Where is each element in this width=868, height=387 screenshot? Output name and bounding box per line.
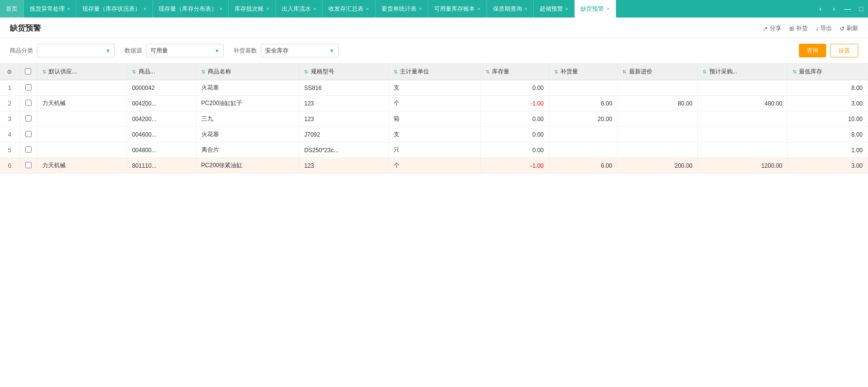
tab-available-ledger-close[interactable]: × [477,6,480,12]
tab-receive-summary[interactable]: 收发存汇总表 × [323,0,375,18]
row-replenish-qty-6: 6.00 [549,158,617,174]
category-label: 商品分类 [10,47,33,55]
th-stock[interactable]: ⇅ 库存量 [480,64,549,80]
tab-next-btn[interactable]: › [827,0,841,18]
replenish-base-label: 补货基数 [234,47,257,55]
replenish-action[interactable]: ⊞ 补货 [789,24,808,33]
query-button[interactable]: 查询 [799,44,826,57]
tab-expiry-close[interactable]: × [524,6,527,12]
select-all-checkbox[interactable] [25,68,31,74]
tab-receive-summary-close[interactable]: × [366,6,369,12]
row-name-6: PC200张紧油缸 [196,158,299,174]
row-stock-2: -1.00 [480,96,549,111]
table-wrapper: ⚙ ⇅ 默认供应... ⇅ 商品... ⇅ 商品名称 [0,64,868,174]
category-select[interactable]: ▼ [37,44,115,57]
row-latest-price-2: 80.00 [617,96,698,111]
row-checkbox-4[interactable] [19,127,37,142]
table-header-row: ⚙ ⇅ 默认供应... ⇅ 商品... ⇅ 商品名称 [0,64,868,80]
tab-inventory-dist-close[interactable]: × [219,6,222,12]
th-replenish-qty[interactable]: ⇅ 补货量 [549,64,617,80]
row-estimated-purchase-5 [698,142,788,158]
row-estimated-purchase-4 [698,127,788,142]
row-estimated-purchase-6: 1200.00 [698,158,788,174]
tab-flow[interactable]: 出入库流水 × [276,0,323,18]
row-name-2: PC200油缸缸子 [196,96,299,111]
row-stock-1: 0.00 [480,80,549,96]
shortage-table: ⚙ ⇅ 默认供应... ⇅ 商品... ⇅ 商品名称 [0,64,868,174]
row-select-checkbox-2[interactable] [25,100,32,106]
row-code-3: 004200... [127,111,196,127]
row-estimated-purchase-1 [698,80,788,96]
tab-available-ledger[interactable]: 可用量库存账本 × [428,0,487,18]
tab-inventory-status[interactable]: 现存量（库存状况表） × [76,0,152,18]
page-header: 缺货预警 ↗ 分享 ⊞ 补货 ↓ 导出 ↺ 刷新 [0,18,868,38]
sort-icon: ⇅ [42,69,46,74]
row-replenish-qty-3: 20.00 [549,111,617,127]
th-unit[interactable]: ⇅ 主计量单位 [388,64,480,80]
th-default-supplier[interactable]: ⇅ 默认供应... [37,64,127,80]
tab-exception[interactable]: 拣货异常处理 × [24,0,76,18]
export-action[interactable]: ↓ 导出 [815,24,832,33]
row-name-5: 离合片 [196,142,299,158]
row-code-6: 801110... [127,158,196,174]
replenish-base-filter-group: 补货基数 安全库存 ▼ [234,44,339,57]
row-checkbox-1[interactable] [19,80,37,96]
row-spec-4: J7092 [299,127,389,142]
tab-exception-close[interactable]: × [67,6,70,12]
tab-home[interactable]: 首页 [0,0,24,18]
th-product-name[interactable]: ⇅ 商品名称 [196,64,299,80]
tab-minimize-btn[interactable]: — [841,0,854,18]
share-icon: ↗ [763,25,768,32]
row-select-checkbox-1[interactable] [25,84,32,90]
tab-inventory-dist[interactable]: 现存量（库存分布表） × [153,0,229,18]
row-select-checkbox-3[interactable] [25,115,32,122]
gear-icon[interactable]: ⚙ [5,69,15,75]
th-product-code[interactable]: ⇅ 商品... [127,64,196,80]
refresh-icon: ↺ [840,25,845,32]
row-latest-price-4 [617,127,698,142]
tab-requisition-close[interactable]: × [419,6,422,12]
replenish-base-chevron-icon: ▼ [329,48,334,53]
datasource-chevron-icon: ▼ [215,48,219,53]
row-spec-1: SS816 [299,80,389,96]
row-checkbox-2[interactable] [19,96,37,111]
tab-overstock[interactable]: 超储预警 × [534,0,575,18]
tab-shortage[interactable]: 缺货预警 × [575,0,615,18]
row-select-checkbox-6[interactable] [25,162,32,168]
tab-batch-close[interactable]: × [266,6,269,12]
row-checkbox-5[interactable] [19,142,37,158]
datasource-select[interactable]: 可用量 ▼ [146,44,224,57]
sort-icon: ⇅ [201,69,205,74]
replenish-base-select[interactable]: 安全库存 ▼ [261,44,339,57]
table-row: 6 力天机械 801110... PC200张紧油缸 123 个 -1.00 6… [0,158,868,174]
tab-requisition[interactable]: 要货单统计表 × [376,0,428,18]
replenish-icon: ⊞ [789,25,794,32]
replenish-base-select-value: 安全库存 [265,47,289,55]
row-estimated-purchase-2: 480.00 [698,96,788,111]
row-latest-price-6: 200.00 [617,158,698,174]
row-select-checkbox-4[interactable] [25,131,32,137]
row-checkbox-6[interactable] [19,158,37,174]
refresh-action[interactable]: ↺ 刷新 [840,24,858,33]
th-min-stock[interactable]: ⇅ 最低库存 [788,64,868,80]
tab-shortage-close[interactable]: × [606,6,609,12]
tab-inventory-status-close[interactable]: × [143,6,146,12]
table-row: 2 力天机械 004200... PC200油缸缸子 123 个 -1.00 6… [0,96,868,111]
row-spec-3: 123 [299,111,389,127]
tab-batch[interactable]: 库存批次账 × [229,0,275,18]
sort-icon: ⇅ [486,69,489,74]
row-select-checkbox-5[interactable] [25,146,32,153]
row-code-5: 004800... [127,142,196,158]
tab-overstock-close[interactable]: × [565,6,568,12]
tab-flow-close[interactable]: × [313,6,316,12]
tab-prev-btn[interactable]: ‹ [814,0,827,18]
share-action[interactable]: ↗ 分享 [763,24,781,33]
th-spec[interactable]: ⇅ 规格型号 [299,64,389,80]
tab-expiry[interactable]: 保质期查询 × [487,0,534,18]
th-latest-price[interactable]: ⇅ 最新进价 [617,64,698,80]
settings-button[interactable]: 设置 [830,44,858,57]
th-estimated-purchase[interactable]: ⇅ 预计采购... [698,64,788,80]
tab-maximize-btn[interactable]: □ [854,0,868,18]
row-num-5: 5 [0,142,19,158]
row-checkbox-3[interactable] [19,111,37,127]
